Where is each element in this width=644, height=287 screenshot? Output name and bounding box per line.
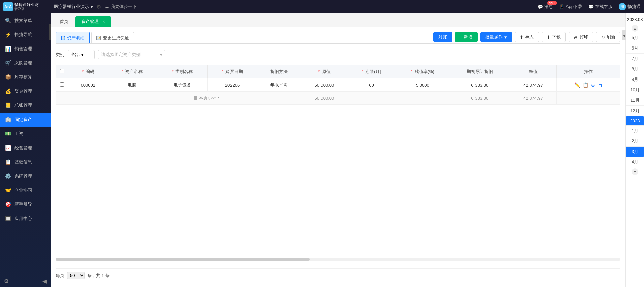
sidebar-item-purchase[interactable]: 🛒 采购管理	[0, 56, 51, 70]
edit-icon[interactable]: ✏️	[574, 82, 580, 88]
table-header-row: * 编码 * 资产名称 * 类别名称	[56, 65, 620, 78]
messages-btn[interactable]: 💬 消息 99+	[538, 4, 553, 10]
top-bar-center: 医疗器械行业演示 ▾ ⚙ ☁ 我要体验一下	[54, 4, 538, 10]
per-page-select[interactable]: 10 20 50 100	[67, 272, 85, 279]
col-name: * 资产名称	[107, 65, 157, 78]
sub-tab-asset-detail[interactable]: 📄 资产明细	[56, 32, 90, 43]
sidebar-item-payroll[interactable]: 💵 工资	[0, 127, 51, 141]
refresh-btn[interactable]: ↻ 刷新	[596, 32, 620, 42]
horizontal-scrollbar[interactable]	[56, 258, 620, 262]
filter-label: 类别	[56, 52, 64, 58]
cal-month-5[interactable]: 5月	[626, 33, 644, 43]
table-wrapper: * 编码 * 资产名称 * 类别名称	[56, 65, 620, 253]
copy-icon[interactable]: 📋	[583, 82, 588, 88]
row-select-checkbox[interactable]	[60, 82, 64, 87]
filter-row: 类别 全部 ▾ 请选择固定资产类别 ▾	[56, 50, 620, 59]
sidebar-item-assets[interactable]: 🏢 固定资产	[0, 113, 51, 127]
sub-tab-change-voucher[interactable]: 📝 变更生成凭证	[91, 32, 134, 43]
experience-btn[interactable]: ☁ 我要体验一下	[104, 4, 137, 10]
sidebar-item-apps[interactable]: 🔲 应用中心	[0, 212, 51, 226]
cal-month-3-current[interactable]: 3月	[626, 147, 644, 157]
import-btn[interactable]: ⬆ 导入	[515, 32, 539, 42]
col-purchase-date: * 购买日期	[207, 65, 257, 78]
customer-service-btn[interactable]: 💬 在线客服	[588, 4, 613, 10]
cal-month-7[interactable]: 7月	[626, 54, 644, 64]
tab-home[interactable]: 首页	[54, 16, 74, 27]
category-type-select[interactable]: 全部 ▾	[68, 50, 95, 59]
cal-month-10[interactable]: 10月	[626, 85, 644, 95]
basic-icon: 📋	[5, 159, 11, 165]
calendar-toggle[interactable]: ◀	[622, 30, 626, 40]
sales-icon: 📊	[5, 46, 11, 52]
delete-icon[interactable]: 🗑	[598, 82, 603, 88]
row-original-value: 50,000.00	[301, 78, 348, 92]
col-depreciation-method: 折旧方法	[257, 65, 301, 78]
account-btn[interactable]: 对账	[433, 32, 452, 42]
batch-btn[interactable]: 批量操作 ▾	[480, 32, 512, 42]
row-category-name: 电子设备	[157, 78, 207, 92]
main-layout: 🔍 搜索菜单 ⚡ 快捷导航 📊 销售管理 🛒 采购管理 📦 库存核算 💰	[0, 13, 644, 287]
sidebar-item-system[interactable]: ⚙️ 系统管理	[0, 169, 51, 183]
settings-icon[interactable]: ⚙	[4, 278, 9, 284]
calendar-header: 2023.03	[626, 15, 644, 24]
col-checkbox	[56, 65, 69, 78]
sidebar-item-inventory[interactable]: 📦 库存核算	[0, 70, 51, 84]
ledger-icon: 📒	[5, 102, 11, 108]
sidebar-item-operations[interactable]: 📈 经营管理	[0, 141, 51, 155]
asset-detail-tab-icon: 📄	[61, 36, 65, 40]
print-btn[interactable]: 🖨 打印	[569, 32, 593, 42]
inventory-icon: 📦	[5, 74, 11, 80]
app-download-btn[interactable]: 📱 App下载	[559, 4, 582, 10]
cal-month-9[interactable]: 9月	[626, 74, 644, 85]
col-category: * 类别名称	[157, 65, 207, 78]
tab-close-icon[interactable]: ×	[103, 19, 105, 24]
col-original-value: * 原值	[301, 65, 348, 78]
col-initial-depreciation: 期初累计折旧	[450, 65, 510, 78]
sidebar-item-ledger[interactable]: 📒 总账管理	[0, 98, 51, 113]
calendar-scroll-up[interactable]: ▲	[632, 25, 638, 32]
calendar-scroll-down[interactable]: ▼	[632, 168, 638, 175]
new-btn[interactable]: + 新增	[455, 32, 478, 42]
right-calendar-panel: 2023.03 ◀ ▲ 5月 6月 7月 8月 9月 10月 11月 12月 2…	[625, 13, 644, 287]
sidebar-item-guide[interactable]: 🎯 新手引导	[0, 197, 51, 212]
row-checkbox	[56, 78, 69, 92]
cal-year-marker[interactable]: 2023	[626, 116, 644, 126]
row-asset-name: 电脑	[107, 78, 157, 92]
apps-icon: 🔲	[5, 216, 11, 222]
user-avatar[interactable]: 用 畅捷通	[619, 3, 641, 10]
pagination: 每页 10 20 50 100 条，共 1 条	[56, 268, 620, 282]
page-content: 📄 资产明细 📝 变更生成凭证 对账 + 新增 批量操作 ▾ ⬆	[51, 27, 625, 287]
more-icon[interactable]: ⊕	[591, 82, 595, 88]
tab-asset-manage[interactable]: 资产管理 ×	[75, 16, 111, 27]
select-all-checkbox[interactable]	[60, 69, 64, 73]
logo: AtA 畅捷通好业财 普及版	[3, 2, 47, 11]
collapse-icon[interactable]: ◀	[42, 278, 47, 284]
cal-month-6[interactable]: 6月	[626, 43, 644, 54]
quicknav-icon: ⚡	[5, 32, 11, 38]
category-name-select[interactable]: 请选择固定资产类别 ▾	[98, 50, 165, 59]
sidebar-item-funds[interactable]: 💰 资金管理	[0, 84, 51, 98]
download-btn[interactable]: ⬇ 下载	[542, 32, 566, 42]
sidebar-item-search[interactable]: 🔍 搜索菜单	[0, 13, 51, 28]
cal-month-1[interactable]: 1月	[626, 126, 644, 136]
sidebar-item-quicknav[interactable]: ⚡ 快捷导航	[0, 28, 51, 42]
cal-month-4[interactable]: 4月	[626, 157, 644, 167]
sidebar-item-sales[interactable]: 📊 销售管理	[0, 42, 51, 56]
app-edition: 普及版	[14, 7, 39, 11]
row-net-value: 42,874.97	[510, 78, 557, 92]
cal-month-12[interactable]: 12月	[626, 106, 644, 116]
purchase-icon: 🛒	[5, 60, 11, 66]
cal-month-2[interactable]: 2月	[626, 136, 644, 147]
tab-bar: 首页 资产管理 ×	[51, 13, 625, 27]
sidebar-item-enterprise[interactable]: 🤝 企业协同	[0, 183, 51, 197]
cal-month-11[interactable]: 11月	[626, 95, 644, 106]
subtotal-row: 本页小计： 50,000.00 6,333.36 42,874.97	[56, 92, 620, 105]
row-period: 60	[348, 78, 395, 92]
enterprise-icon: 🤝	[5, 187, 11, 193]
row-purchase-date: 202206	[207, 78, 257, 92]
sidebar-item-basic[interactable]: 📋 基础信息	[0, 155, 51, 169]
col-net-value: 净值	[510, 65, 557, 78]
cal-month-8[interactable]: 8月	[626, 64, 644, 74]
company-selector[interactable]: 医疗器械行业演示 ▾	[54, 4, 93, 10]
col-residual-rate: * 残值率(%)	[395, 65, 450, 78]
